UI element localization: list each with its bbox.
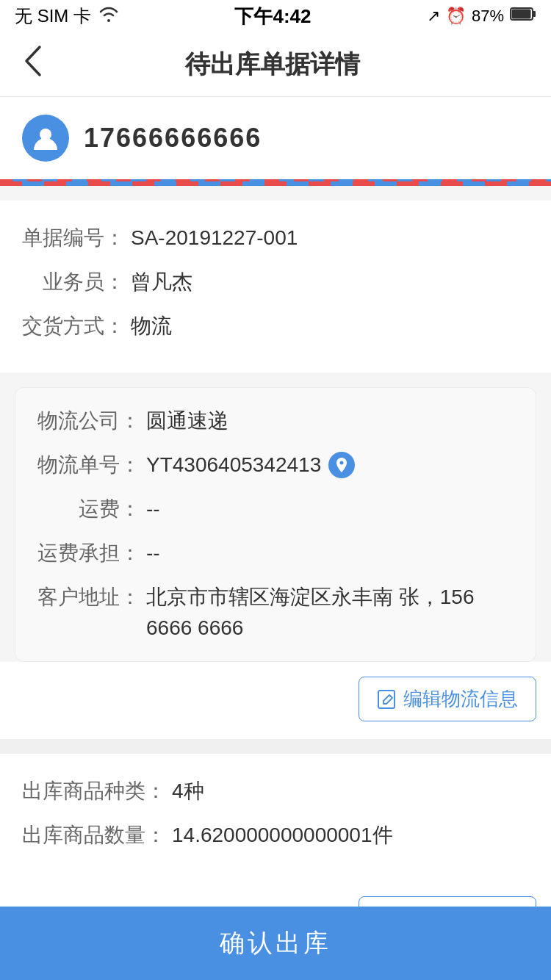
freight-bear-label: 运费承担： [37, 538, 140, 569]
status-right: ↗ ⏰ 87% [427, 7, 536, 26]
goods-type-label: 出库商品种类： [22, 776, 166, 807]
freight-bear-row: 运费承担： -- [37, 538, 514, 569]
goods-type-value: 4种 [172, 776, 529, 807]
delivery-label: 交货方式： [22, 311, 125, 342]
order-number-value: SA-20191227-001 [131, 223, 529, 253]
delivery-row: 交货方式： 物流 [22, 311, 529, 342]
freight-value: -- [146, 494, 514, 525]
logistics-company-label: 物流公司： [37, 406, 140, 436]
wifi-icon [98, 6, 119, 26]
page-title: 待出库单据详情 [57, 48, 488, 82]
dashed-divider [0, 181, 551, 186]
edit-logistics-area: 编辑物流信息 [0, 662, 551, 739]
logistics-tracking-value: YT43064053424​13 [146, 450, 514, 480]
freight-bear-value: -- [146, 538, 514, 569]
logistics-company-value: 圆通速递 [146, 406, 514, 436]
battery-label: 87% [472, 7, 504, 26]
customer-header: 17666666666 [0, 97, 551, 181]
edit-logistics-label: 编辑物流信息 [403, 686, 518, 712]
logistics-tracking-row: 物流单号： YT43064053424​13 [37, 450, 514, 480]
svg-rect-5 [378, 691, 395, 708]
back-button[interactable] [22, 44, 43, 84]
order-number-label: 单据编号： [22, 223, 125, 253]
customer-phone: 17666666666 [84, 123, 262, 154]
svg-rect-2 [511, 10, 530, 19]
bottom-action-bar: 确认出库 [0, 907, 551, 980]
svg-point-4 [340, 461, 344, 465]
status-time: 下午4:42 [234, 4, 311, 29]
salesman-value: 曾凡杰 [131, 267, 529, 298]
location-status-icon: ↗ [427, 7, 440, 26]
alarm-icon: ⏰ [446, 7, 466, 26]
salesman-row: 业务员： 曾凡杰 [22, 267, 529, 298]
logistics-company-row: 物流公司： 圆通速递 [37, 406, 514, 436]
tracking-location-icon[interactable] [328, 452, 355, 478]
logistics-card: 物流公司： 圆通速递 物流单号： YT43064053424​13 运费： --… [15, 387, 536, 662]
logistics-tracking-label: 物流单号： [37, 450, 140, 480]
address-row: 客户地址： 北京市市辖区海淀区永丰南 张，156 6666 6666 [37, 582, 514, 644]
goods-type-row: 出库商品种类： 4种 [22, 776, 529, 807]
carrier-label: 无 SIM 卡 [15, 4, 91, 28]
address-label: 客户地址： [37, 582, 140, 613]
status-left: 无 SIM 卡 [15, 4, 119, 28]
status-bar: 无 SIM 卡 下午4:42 ↗ ⏰ 87% [0, 0, 551, 32]
section-separator [0, 739, 551, 754]
freight-label: 运费： [37, 494, 140, 525]
goods-quantity-value: 14.620000000000001件 [172, 820, 529, 851]
order-number-row: 单据编号： SA-20191227-001 [22, 223, 529, 253]
order-info-section: 单据编号： SA-20191227-001 业务员： 曾凡杰 交货方式： 物流 [0, 201, 551, 372]
edit-logistics-button[interactable]: 编辑物流信息 [359, 677, 536, 721]
address-value: 北京市市辖区海淀区永丰南 张，156 6666 6666 [146, 582, 514, 644]
goods-quantity-label: 出库商品数量： [22, 820, 166, 851]
delivery-value: 物流 [131, 311, 529, 342]
freight-row: 运费： -- [37, 494, 514, 525]
salesman-label: 业务员： [22, 267, 125, 298]
battery-icon [510, 7, 536, 26]
goods-quantity-row: 出库商品数量： 14.620000000000001件 [22, 820, 529, 851]
confirm-outbound-button[interactable]: 确认出库 [0, 907, 551, 980]
nav-bar: 待出库单据详情 [0, 32, 551, 97]
goods-section: 出库商品种类： 4种 出库商品数量： 14.620000000000001件 [0, 754, 551, 882]
avatar [22, 115, 69, 162]
svg-rect-1 [533, 11, 536, 17]
